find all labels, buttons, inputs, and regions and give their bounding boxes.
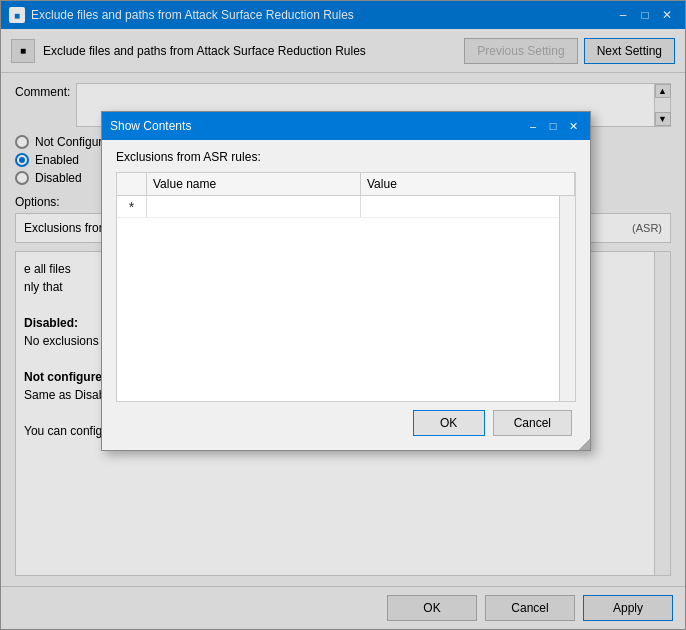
row-value-name[interactable] (147, 196, 361, 217)
dialog-subtitle: Exclusions from ASR rules: (116, 150, 576, 164)
table-scrollbar[interactable] (559, 196, 575, 401)
dialog-title: Show Contents (110, 119, 191, 133)
dialog-close-btn[interactable]: ✕ (564, 117, 582, 135)
table-body: * (117, 196, 575, 401)
main-window: ■ Exclude files and paths from Attack Su… (0, 0, 686, 630)
dialog-cancel-button[interactable]: Cancel (493, 410, 572, 436)
dialog-minimize-btn[interactable]: – (524, 117, 542, 135)
row-value[interactable] (361, 196, 575, 217)
table-header: Value name Value (117, 173, 575, 196)
row-bullet: * (117, 196, 147, 217)
th-empty (117, 173, 147, 195)
th-value-name: Value name (147, 173, 361, 195)
dialog-restore-btn[interactable]: □ (544, 117, 562, 135)
dialog-title-bar: Show Contents – □ ✕ (102, 112, 590, 140)
dialog-ok-button[interactable]: OK (413, 410, 485, 436)
modal-overlay: Show Contents – □ ✕ Exclusions from ASR … (1, 1, 685, 629)
dialog-bottom: OK Cancel (116, 402, 576, 440)
table-row[interactable]: * (117, 196, 575, 218)
resize-handle[interactable] (578, 438, 590, 450)
table-container: Value name Value * (116, 172, 576, 402)
show-contents-dialog: Show Contents – □ ✕ Exclusions from ASR … (101, 111, 591, 451)
dialog-controls: – □ ✕ (524, 117, 582, 135)
th-value: Value (361, 173, 575, 195)
dialog-content: Exclusions from ASR rules: Value name Va… (102, 140, 590, 450)
